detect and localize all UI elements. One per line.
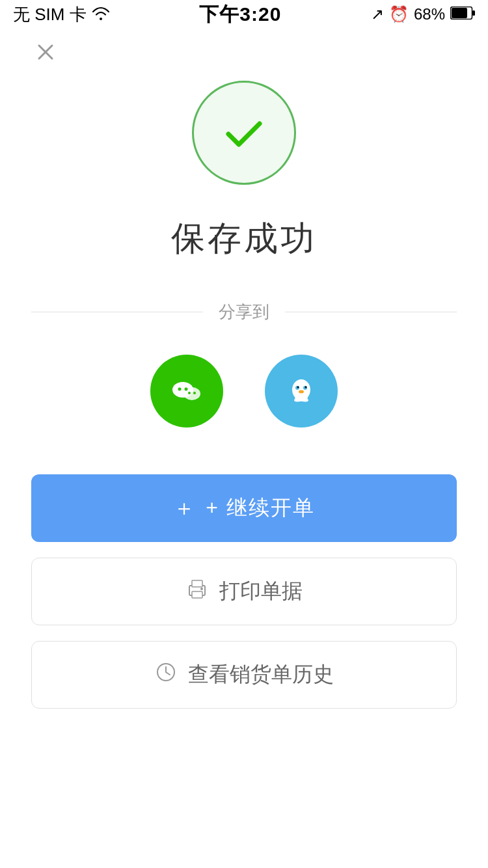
- svg-point-14: [297, 387, 299, 388]
- svg-point-16: [299, 390, 304, 394]
- checkmark-icon: [218, 107, 270, 159]
- print-label: 打印单据: [219, 577, 303, 606]
- location-icon: ↗: [371, 5, 384, 23]
- printer-icon: [185, 577, 209, 606]
- continue-label: + 继续开单: [206, 494, 315, 522]
- share-icons: [150, 355, 338, 427]
- close-button[interactable]: [30, 36, 61, 68]
- status-left: 无 SIM 卡: [13, 3, 110, 26]
- sim-text: 无 SIM 卡: [13, 3, 87, 26]
- wechat-icon: [167, 372, 206, 411]
- svg-point-19: [295, 394, 308, 401]
- alarm-icon: ⏰: [389, 5, 409, 23]
- print-button[interactable]: 打印单据: [31, 558, 457, 625]
- qq-icon: [282, 372, 321, 411]
- share-divider: 分享到: [0, 301, 488, 323]
- status-bar: 无 SIM 卡 下午3:20 ↗ ⏰ 68%: [0, 0, 488, 29]
- svg-point-7: [178, 388, 182, 391]
- history-label: 查看销货单历史: [188, 660, 334, 689]
- svg-point-23: [200, 588, 203, 590]
- svg-point-9: [188, 392, 191, 394]
- action-buttons: ＋ + 继续开单 打印单据 查看销货单历: [0, 474, 488, 709]
- status-time: 下午3:20: [199, 1, 281, 28]
- svg-rect-21: [192, 591, 202, 598]
- success-title: 保存成功: [171, 216, 317, 262]
- wifi-icon: [92, 5, 110, 25]
- history-icon: [154, 660, 178, 689]
- wechat-share-button[interactable]: [150, 355, 223, 427]
- continue-button[interactable]: ＋ + 继续开单: [31, 474, 457, 542]
- divider-right: [285, 312, 457, 312]
- history-button[interactable]: 查看销货单历史: [31, 641, 457, 709]
- status-right: ↗ ⏰ 68%: [371, 5, 475, 23]
- battery-icon: [450, 5, 475, 23]
- battery-percent: 68%: [414, 5, 445, 23]
- share-label: 分享到: [203, 301, 285, 323]
- plus-icon: ＋: [173, 493, 195, 523]
- svg-rect-22: [192, 580, 202, 587]
- svg-rect-2: [452, 8, 467, 18]
- main-content: 保存成功 分享到: [0, 29, 488, 709]
- divider-left: [31, 312, 203, 312]
- svg-point-10: [193, 392, 196, 394]
- success-icon-circle: [192, 81, 296, 185]
- svg-rect-1: [472, 10, 475, 16]
- svg-point-15: [305, 387, 307, 388]
- svg-point-8: [185, 388, 188, 391]
- qq-share-button[interactable]: [265, 355, 338, 427]
